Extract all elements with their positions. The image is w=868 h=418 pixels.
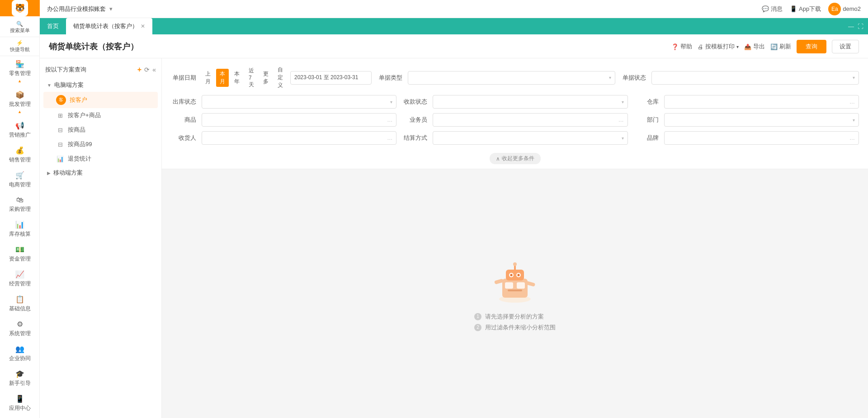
sidebar-item-basic-info[interactable]: 📋 基础信息 [0, 291, 39, 316]
collect-status-label: 收款状态 [402, 98, 427, 106]
svg-point-8 [510, 274, 513, 276]
sidebar-item-newbie[interactable]: 🎓 新手引导 [0, 366, 39, 391]
sidebar-item-wholesale[interactable]: 📦 批发管理 ▲ [0, 87, 39, 118]
date-range-input[interactable]: 2023-03-01 至 2023-03-31 [290, 71, 372, 85]
pc-group-label: 电脑端方案 [54, 81, 84, 89]
pc-group-arrow: ▼ [47, 83, 52, 88]
refresh-btn[interactable]: 🔄 刷新 [770, 43, 791, 51]
filter-row-2: 出库状态 ▾ 收款状态 ▾ 仓库 … [171, 95, 859, 109]
scheme-item-goods99[interactable]: ⊟ 按商品99 [43, 137, 158, 152]
top-header-left: 办公用品行业模拟账套 ▾ [47, 5, 113, 13]
out-status-control[interactable]: ▾ [202, 95, 396, 109]
svg-point-11 [513, 262, 517, 266]
sidebar-item-purchase[interactable]: 🛍 采购管理 [0, 192, 39, 217]
add-scheme-btn[interactable]: + [137, 66, 142, 74]
order-type-control[interactable]: ▾ [408, 71, 615, 85]
collapse-scheme-btn[interactable]: « [152, 66, 156, 73]
sales-icon: 💰 [15, 146, 24, 155]
sidebar-item-system[interactable]: ⚙ 系统管理 [0, 316, 39, 341]
mobile-scheme-group: ▶ 移动端方案 [40, 166, 161, 180]
dept-control[interactable]: ▾ [664, 113, 859, 127]
refresh-scheme-btn[interactable]: ⟳ [144, 66, 150, 73]
date-tab-7days[interactable]: 近7天 [245, 66, 258, 90]
order-type-dropdown-icon: ▾ [609, 75, 611, 80]
basic-info-icon: 📋 [15, 295, 24, 304]
pc-scheme-group-header[interactable]: ▼ 电脑端方案 [43, 78, 158, 92]
salesman-control[interactable]: … [433, 113, 627, 127]
sidebar-item-inventory[interactable]: 📊 库存核算 [0, 217, 39, 242]
sidebar-item-quicknav[interactable]: ⚡ 快捷导航 [0, 37, 39, 56]
dept-dropdown-icon: ▾ [853, 118, 855, 123]
scheme-item-customer-goods[interactable]: ⊞ 按客户+商品 [43, 108, 158, 123]
filter-section: 单据日期 上月 本月 本年 近7天 更多 自定义 2023- [162, 58, 868, 169]
date-tab-this-month[interactable]: 本月 [216, 69, 229, 87]
brand-label: 品牌 [633, 134, 659, 142]
ecommerce-icon: 🛒 [15, 171, 24, 180]
filter-row-1: 单据日期 上月 本月 本年 近7天 更多 自定义 2023- [171, 65, 859, 90]
collect-status-dropdown-icon: ▾ [622, 100, 624, 104]
page-header: 销货单统计表（按客户） ❓ 帮助 🖨 按模板打印 ▾ 📤 导出 🔄 刷新 [40, 34, 868, 58]
warehouse-control[interactable]: … [664, 95, 859, 109]
scheme-item-return-stat[interactable]: 📊 退货统计 [43, 152, 158, 166]
export-btn[interactable]: 📤 导出 [744, 43, 765, 51]
customer-goods-icon: ⊞ [56, 111, 64, 119]
sidebar: 🐯 🔍 搜索菜单 ⚡ 快捷导航 🏪 零售管理 ▲ 📦 批发管理 ▲ 📢 营销推广… [0, 0, 40, 418]
goods-label: 商品 [171, 116, 196, 124]
sidebar-item-marketing[interactable]: 📢 营销推广 [0, 118, 39, 142]
tab-minimize-icon[interactable]: — [848, 23, 854, 30]
query-button[interactable]: 查询 [797, 40, 826, 53]
print-icon: 🖨 [698, 43, 703, 50]
out-status-label: 出库状态 [171, 98, 196, 106]
tab-sales-stat[interactable]: 销货单统计表（按客户） ✕ [66, 18, 152, 34]
date-tab-more[interactable]: 更多 [259, 69, 272, 87]
mobile-group-label: 移动端方案 [53, 169, 83, 177]
wholesale-icon: 📦 [15, 90, 24, 99]
order-type-label: 单据类型 [377, 74, 402, 82]
consignee-label: 收货人 [171, 134, 196, 142]
brand-control[interactable]: … [664, 131, 859, 145]
scheme-item-customer[interactable]: 客 按客户 [43, 92, 158, 108]
customer-scheme-icon: 客 [56, 95, 66, 105]
goods-more-icon: … [387, 117, 392, 123]
message-btn[interactable]: 💬 消息 [762, 5, 783, 13]
goods-control[interactable]: … [202, 113, 396, 127]
logo-icon: 🐯 [12, 0, 28, 16]
user-profile-btn[interactable]: Ea demo2 [828, 3, 861, 15]
scheme-item-goods[interactable]: ⊟ 按商品 [43, 123, 158, 137]
print-btn[interactable]: 🖨 按模板打印 ▾ [698, 43, 739, 51]
collect-status-control[interactable]: ▾ [433, 95, 627, 109]
avatar: Ea [828, 3, 841, 15]
order-status-label: 单据状态 [621, 74, 646, 82]
sidebar-item-appcenter[interactable]: 📱 应用中心 [0, 391, 39, 416]
tab-home[interactable]: 首页 [40, 18, 66, 34]
page-title: 销货单统计表（按客户） [49, 41, 138, 52]
empty-tips: 1 请先选择要分析的方案 2 用过滤条件来缩小分析范围 [474, 313, 556, 332]
sidebar-item-search[interactable]: 🔍 搜索菜单 [0, 16, 39, 37]
sidebar-item-ecommerce[interactable]: 🛒 电商管理 [0, 167, 39, 192]
tab-close-icon[interactable]: ✕ [141, 24, 145, 29]
date-tab-last-month[interactable]: 上月 [202, 69, 214, 87]
date-tabs: 上月 本月 本年 近7天 更多 自定义 [202, 65, 287, 90]
account-dropdown-arrow[interactable]: ▾ [109, 5, 113, 12]
sidebar-item-collab[interactable]: 👥 企业协同 [0, 341, 39, 366]
sidebar-item-operations[interactable]: 📈 经营管理 [0, 266, 39, 291]
appcenter-icon: 📱 [15, 394, 24, 403]
sidebar-item-wechat[interactable]: 💬 企业微信 [0, 416, 39, 418]
sidebar-item-finance[interactable]: 💵 资金管理 [0, 242, 39, 266]
consignee-control[interactable]: … [202, 131, 396, 145]
app-download-btn[interactable]: 📱 App下载 [790, 5, 821, 13]
sidebar-item-retail[interactable]: 🏪 零售管理 ▲ [0, 56, 39, 87]
help-btn[interactable]: ❓ 帮助 [671, 43, 692, 51]
sidebar-item-sales[interactable]: 💰 销售管理 [0, 142, 39, 167]
refresh-icon: 🔄 [770, 43, 778, 50]
tab-maximize-icon[interactable]: ⛶ [858, 23, 863, 30]
settlement-control[interactable]: ▾ [433, 131, 627, 145]
order-status-control[interactable]: ▾ [651, 71, 859, 85]
date-tab-this-year[interactable]: 本年 [231, 69, 243, 87]
date-tab-custom[interactable]: 自定义 [274, 65, 287, 90]
empty-tip-2: 2 用过滤条件来缩小分析范围 [474, 323, 556, 332]
settings-button[interactable]: 设置 [832, 40, 859, 53]
finance-icon: 💵 [15, 245, 24, 254]
collapse-btn[interactable]: ∧ 收起更多条件 [490, 153, 541, 164]
mobile-scheme-group-header[interactable]: ▶ 移动端方案 [43, 166, 158, 180]
